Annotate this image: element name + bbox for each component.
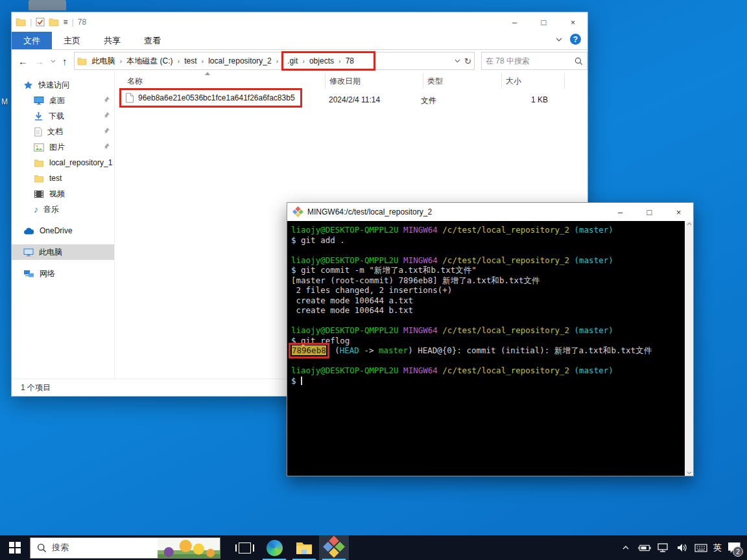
task-view-button[interactable] (230, 535, 259, 560)
close-button[interactable]: × (664, 203, 693, 221)
start-button[interactable] (0, 535, 30, 560)
up-icon[interactable]: ↑ (62, 56, 67, 67)
breadcrumb-item-0[interactable]: 此电脑 (89, 54, 118, 68)
close-button[interactable]: × (558, 12, 587, 32)
network-icon[interactable] (657, 540, 670, 555)
breadcrumb-item-5[interactable]: objects (307, 55, 337, 67)
notification-badge: 2 (733, 546, 743, 557)
sidebar-item-label: 视频 (49, 189, 65, 200)
column-header-2[interactable]: 类型 (423, 73, 502, 89)
sidebar-item-onedrive[interactable]: OneDrive (12, 223, 114, 239)
task-view-icon (239, 542, 251, 554)
maximize-button[interactable]: □ (529, 12, 558, 32)
search-icon[interactable] (575, 57, 583, 65)
breadcrumb-separator-icon[interactable]: › (274, 57, 281, 65)
battery-icon[interactable] (638, 540, 651, 555)
explorer-window-icon (16, 18, 26, 27)
breadcrumb-item-4[interactable]: .git (285, 55, 300, 67)
volume-icon[interactable] (676, 540, 689, 555)
breadcrumb-item-6[interactable]: 78 (343, 55, 357, 67)
menu-tab-0[interactable]: 文件 (12, 32, 52, 49)
sidebar-item-label: 图片 (49, 142, 65, 153)
file-row[interactable]: 96eb8a6e21e0536bc1fce1a641f26a6fac83b5 (119, 88, 302, 108)
sidebar-item-test[interactable]: test (12, 170, 114, 186)
breadcrumb-annotation-box: .git›objects›78 (281, 51, 375, 71)
sidebar-item-pictures[interactable]: 图片 (12, 139, 114, 155)
address-dropdown-icon[interactable] (455, 59, 460, 63)
folder-icon (34, 174, 44, 183)
git-bash-button[interactable] (319, 535, 349, 560)
sidebar-item-videos[interactable]: 视频 (12, 186, 114, 202)
terminal-output[interactable]: liaojy@DESKTOP-QMPPL2U MINGW64 /c/test/l… (287, 221, 685, 476)
sidebar-item-desktop[interactable]: 桌面 (12, 93, 114, 108)
terminal-text-segment: 2 files changed, 2 insertions(+) (291, 285, 452, 295)
sidebar-item-documents[interactable]: 文档 (12, 124, 114, 139)
terminal-scrollbar[interactable] (685, 221, 693, 476)
help-icon[interactable]: ? (570, 34, 581, 45)
sidebar-item-network[interactable]: 网络 (12, 266, 114, 281)
properties-check-icon[interactable] (36, 18, 45, 27)
menu-tab-3[interactable]: 查看 (132, 32, 172, 49)
file-date: 2024/2/4 11:14 (329, 95, 380, 104)
breadcrumb-separator-icon[interactable]: › (118, 57, 124, 65)
qat-customize-icon[interactable]: ≡ (63, 18, 67, 27)
column-header-1[interactable]: 修改日期 (326, 73, 423, 89)
terminal-text-segment (569, 255, 575, 265)
scroll-down-icon[interactable] (687, 471, 692, 474)
sidebar-item-label: OneDrive (40, 226, 73, 235)
breadcrumb-item-1[interactable]: 本地磁盘 (C:) (124, 54, 175, 68)
sidebar-item-local-repository-1[interactable]: local_repository_1 (12, 155, 114, 170)
column-header-0[interactable]: 名称 (127, 73, 326, 89)
sidebar-divider (114, 72, 115, 379)
file-explorer-button[interactable] (289, 535, 319, 560)
terminal-line: liaojy@DESKTOP-QMPPL2U MINGW64 /c/test/l… (291, 225, 685, 235)
sidebar-item-music[interactable]: ♪音乐 (12, 202, 114, 217)
column-header-3[interactable]: 大小 (502, 73, 565, 89)
terminal-text-segment: liaojy@DESKTOP-QMPPL2U (291, 225, 399, 235)
action-center-icon[interactable]: 2 (728, 540, 741, 555)
minimize-button[interactable]: – (606, 203, 635, 221)
recent-locations-icon[interactable] (51, 60, 56, 63)
explorer-titlebar[interactable]: | ≡ | 78 – □ × (12, 12, 587, 32)
terminal-line (291, 356, 685, 366)
back-icon[interactable]: ← (18, 56, 28, 67)
edge-button[interactable] (259, 535, 289, 560)
forward-icon[interactable]: → (34, 56, 44, 67)
sidebar-item-downloads[interactable]: 下载 (12, 108, 114, 124)
terminal-titlebar[interactable]: MINGW64:/c/test/local_repository_2 – □ × (287, 203, 693, 221)
explorer-search-box[interactable]: 在 78 中搜索 (481, 52, 587, 70)
breadcrumb-separator-icon[interactable]: › (200, 57, 206, 65)
breadcrumb-item-3[interactable]: local_repository_2 (206, 55, 274, 67)
scroll-up-icon[interactable] (687, 222, 692, 226)
tray-expand-icon[interactable] (619, 540, 632, 555)
input-method-indicator[interactable]: 英 (713, 542, 722, 554)
terminal-text-segment: ( (330, 345, 340, 355)
breadcrumb-item-2[interactable]: test (182, 55, 199, 67)
minimize-button[interactable]: – (500, 12, 529, 32)
onedrive-icon (23, 228, 34, 235)
breadcrumb-separator-icon[interactable]: › (337, 57, 343, 65)
terminal-text-segment: HEAD (340, 345, 359, 355)
ribbon-expand-icon[interactable] (556, 38, 562, 41)
file-icon (125, 93, 134, 103)
sidebar-item-quick-access[interactable]: 快速访问 (12, 77, 114, 93)
new-folder-icon[interactable] (49, 18, 59, 27)
breadcrumb-separator-icon[interactable]: › (300, 57, 307, 65)
address-bar[interactable]: 此电脑›本地磁盘 (C:)›test›local_repository_2›.g… (74, 52, 475, 70)
refresh-icon[interactable]: ↻ (464, 56, 471, 66)
sidebar-item-this-pc[interactable]: 此电脑 (12, 244, 114, 260)
explorer-window-controls: – □ × (500, 12, 587, 32)
maximize-button[interactable]: □ (635, 203, 664, 221)
sidebar-item-label: 此电脑 (39, 247, 62, 258)
menu-tab-2[interactable]: 共享 (92, 32, 132, 49)
taskbar-search-box[interactable]: 搜索 (30, 537, 220, 559)
touch-keyboard-icon[interactable] (694, 540, 707, 555)
desktop-shortcut-label[interactable]: M (1, 97, 8, 106)
search-highlight-image[interactable] (158, 538, 220, 558)
menu-tab-1[interactable]: 主页 (52, 32, 92, 49)
explorer-search-placeholder: 在 78 中搜索 (486, 56, 530, 67)
terminal-text-segment: MINGW64 (403, 225, 438, 235)
breadcrumb-separator-icon[interactable]: › (176, 57, 182, 65)
sidebar-item-label: 下载 (49, 111, 64, 122)
this-pc-icon (23, 248, 34, 257)
